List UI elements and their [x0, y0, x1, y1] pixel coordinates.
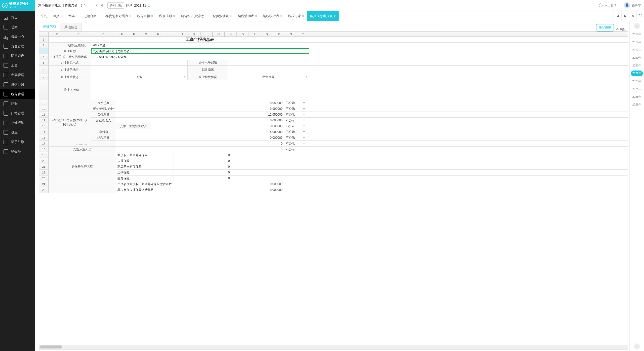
sidebar-item-2[interactable]: 报表中心 — [0, 32, 35, 42]
ins-row-value[interactable]: 0 — [174, 170, 284, 175]
row-header[interactable]: 5 — [39, 60, 49, 65]
employees-value[interactable]: 0 — [116, 141, 284, 146]
row-header[interactable]: 19 — [39, 152, 49, 158]
disclose-dropdown[interactable]: 不公示 — [284, 100, 307, 106]
settings-button[interactable]: ⚙ — [99, 2, 105, 8]
sidebar-item-9[interactable]: 结账 — [0, 99, 35, 109]
disclose-dropdown[interactable]: 不公示 — [284, 112, 307, 117]
tabs-expand-button[interactable]: ⛶ — [636, 11, 644, 21]
zip-value[interactable] — [228, 66, 309, 74]
col-header-F[interactable]: F — [128, 32, 140, 37]
user-avatar[interactable]: 👤 — [624, 2, 630, 8]
row-header[interactable]: 17 — [39, 141, 49, 146]
disclose-dropdown[interactable]: 不公示 — [284, 147, 307, 152]
tabs-prev-button[interactable]: ◀ — [614, 11, 621, 21]
sidebar-item-14[interactable]: 畅会员 — [0, 147, 35, 156]
asset-row-value[interactable]: 12.050000 — [116, 112, 284, 117]
row-header[interactable]: 15 — [39, 135, 49, 141]
ins-row-value[interactable]: 0 — [174, 164, 284, 169]
sidebar-item-10[interactable]: 归档管理 — [0, 109, 35, 118]
col-header-I[interactable]: I — [164, 32, 176, 37]
ins-row-value[interactable]: 0 — [174, 175, 284, 181]
col-header-O[interactable]: O — [237, 32, 249, 37]
year-2021年[interactable]: 2021年 — [631, 63, 643, 68]
period-value[interactable]: 2023-11 — [134, 4, 146, 7]
disclose-dropdown[interactable]: 不公示 — [284, 141, 307, 146]
col-header-G[interactable]: G — [140, 32, 152, 37]
sidebar-item-8[interactable]: 税务管理 — [0, 89, 35, 99]
col-header-E[interactable]: E — [116, 32, 128, 37]
reset-report-button[interactable]: 重置报表 — [596, 24, 614, 31]
tab-4[interactable]: 存货别名对照表× — [102, 11, 134, 21]
sidebar-item-13[interactable]: 新手引导 — [0, 137, 35, 147]
year-2017年[interactable]: 2017年 — [631, 31, 643, 37]
row-header[interactable]: 3 — [39, 48, 49, 54]
disclose-dropdown[interactable]: 不公示 — [284, 118, 307, 123]
holding-dropdown[interactable]: 私营企业 — [228, 74, 309, 80]
asset-row-value[interactable]: 0.000000 — [116, 118, 284, 123]
asset-row-value[interactable]: 0.000000 — [116, 135, 284, 141]
close-icon[interactable]: × — [76, 14, 77, 18]
col-header-J[interactable]: J — [176, 32, 188, 37]
year-down-button[interactable]: ﹀ — [634, 343, 640, 349]
close-icon[interactable]: × — [60, 14, 62, 18]
year-2019年[interactable]: 2019年 — [631, 47, 643, 53]
col-header-M[interactable]: M — [213, 32, 225, 37]
year-2024年[interactable]: 2024年 — [631, 86, 643, 92]
spreadsheet[interactable]: BCDEFGHIJKLMNOPQRST 1工商年报信息表2税款所属期间：2022… — [39, 31, 628, 349]
period-value[interactable]: 2022年度 — [91, 43, 309, 48]
col-header-B[interactable]: B — [49, 32, 66, 37]
row-header[interactable]: 2 — [39, 43, 49, 48]
support-link[interactable]: 人工咨询 — [605, 3, 617, 8]
row-header[interactable]: 13 — [39, 123, 49, 129]
tab-7[interactable]: 所得税汇算清缴× — [178, 11, 210, 21]
asset-row-value[interactable]: 9.992000 — [116, 106, 284, 112]
row-header[interactable]: 4 — [39, 54, 49, 60]
email-value[interactable] — [228, 60, 309, 65]
row-header[interactable]: 23 — [39, 175, 49, 181]
close-icon[interactable]: × — [151, 14, 153, 18]
disclose-dropdown[interactable]: 不公示 — [284, 106, 307, 112]
tab-12[interactable]: 年报信息申报表× — [307, 11, 339, 21]
sidebar-item-6[interactable]: 发票管理 — [0, 70, 35, 80]
tab-9[interactable]: 纳税波动表× — [235, 11, 260, 21]
sidebar-item-4[interactable]: 固定资产 — [0, 51, 35, 61]
row-header[interactable]: 6 — [39, 66, 49, 74]
grid-body[interactable]: 1工商年报信息表2税款所属期间：2022年度3企业名称刘小艳演示账套（勿删勿动！… — [39, 37, 628, 345]
year-2026年[interactable]: 2026年 — [631, 102, 643, 108]
subtab-other[interactable]: 其他信息 — [60, 23, 82, 31]
phone-value[interactable] — [91, 60, 188, 65]
base1-value[interactable]: 0.000000 — [224, 181, 284, 187]
close-icon[interactable]: × — [173, 14, 175, 18]
sidebar-item-1[interactable]: 总账 — [0, 22, 35, 32]
row-header[interactable]: 10 — [39, 106, 49, 112]
row-header[interactable]: 22 — [39, 170, 49, 175]
year-2023年[interactable]: 2023年 — [631, 78, 643, 84]
sidebar-item-3[interactable]: 资金管理 — [0, 42, 35, 51]
row-header[interactable]: 21 — [39, 164, 49, 169]
company-name-value[interactable]: 刘小艳演示账套（勿删勿动！）1 — [91, 48, 309, 54]
calendar-icon[interactable]: 🗓 — [147, 3, 151, 7]
close-icon[interactable]: × — [230, 14, 232, 18]
col-header-N[interactable]: N — [225, 32, 237, 37]
ins-row-value[interactable]: 0 — [174, 152, 284, 158]
row-header[interactable]: 25 — [39, 187, 49, 193]
sub-value[interactable]: 0.000000 — [151, 123, 284, 129]
main-biz-value[interactable] — [91, 80, 309, 100]
col-header-P[interactable]: P — [249, 32, 261, 37]
year-up-button[interactable]: ︿ — [634, 23, 640, 29]
close-icon[interactable]: × — [205, 14, 207, 18]
base2-value[interactable]: 0.000000 — [224, 187, 284, 193]
reg-code-value[interactable]: 91320811MA7NGR2W6R — [91, 54, 309, 60]
disclose-dropdown[interactable]: 不公示 — [284, 129, 307, 135]
tab-6[interactable]: 税表清册× — [156, 11, 178, 21]
sidebar-item-11[interactable]: 小畅报销 — [0, 118, 35, 128]
ins-row-value[interactable]: 0 — [174, 158, 284, 164]
female-emp-value[interactable]: 0 — [116, 147, 284, 152]
status-dropdown[interactable]: 开业 — [91, 74, 188, 80]
tab-1[interactable]: 申报× — [50, 11, 65, 21]
close-icon[interactable]: × — [302, 14, 304, 18]
row-header[interactable]: 11 — [39, 112, 49, 117]
sidebar-item-5[interactable]: 工资 — [0, 61, 35, 70]
close-icon[interactable]: × — [129, 14, 131, 18]
